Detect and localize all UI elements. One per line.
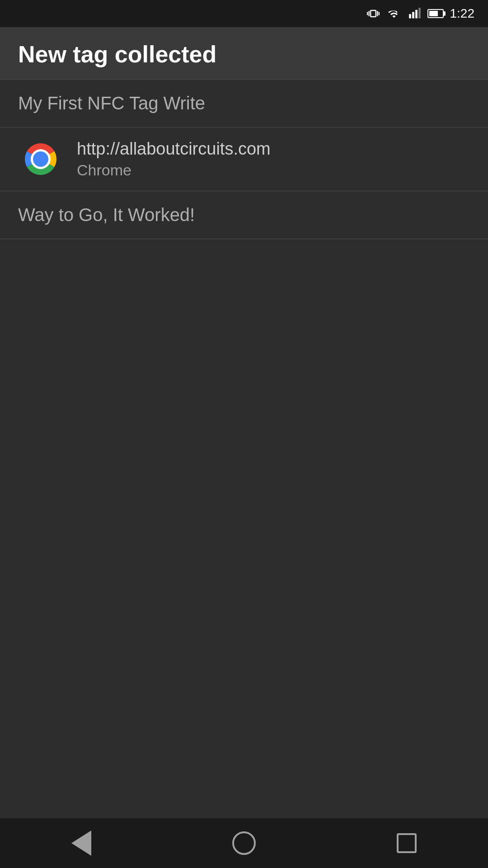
back-button[interactable] xyxy=(63,825,99,861)
svg-rect-1 xyxy=(412,12,414,19)
svg-rect-3 xyxy=(418,8,421,18)
home-icon xyxy=(232,831,256,855)
signal-icon xyxy=(408,7,421,20)
url-row[interactable]: http://allaboutcircuits.com Chrome xyxy=(0,127,488,191)
vibrate-icon xyxy=(367,7,380,20)
status-time: 1:22 xyxy=(450,6,475,21)
content-area xyxy=(0,239,488,818)
battery-icon xyxy=(427,9,444,18)
success-text: Way to Go, It Worked! xyxy=(18,205,195,225)
success-section: Way to Go, It Worked! xyxy=(0,191,488,239)
nav-bar xyxy=(0,818,488,868)
app-name: Chrome xyxy=(77,161,271,179)
recents-button[interactable] xyxy=(389,825,425,861)
back-icon xyxy=(71,830,91,856)
url-text: http://allaboutcircuits.com xyxy=(77,139,271,159)
svg-point-5 xyxy=(33,151,48,167)
chrome-icon xyxy=(18,137,63,182)
recents-icon xyxy=(397,833,417,853)
wifi-icon xyxy=(386,7,402,20)
tag-name-text: My First NFC Tag Write xyxy=(18,93,205,113)
status-bar: 1:22 xyxy=(0,0,488,27)
url-info: http://allaboutcircuits.com Chrome xyxy=(77,139,271,179)
header: New tag collected xyxy=(0,27,488,79)
status-icons: 1:22 xyxy=(367,6,475,21)
page-title: New tag collected xyxy=(18,41,470,68)
svg-rect-0 xyxy=(409,14,411,18)
home-button[interactable] xyxy=(226,825,262,861)
svg-rect-2 xyxy=(415,10,418,19)
tag-name-section: My First NFC Tag Write xyxy=(0,80,488,127)
